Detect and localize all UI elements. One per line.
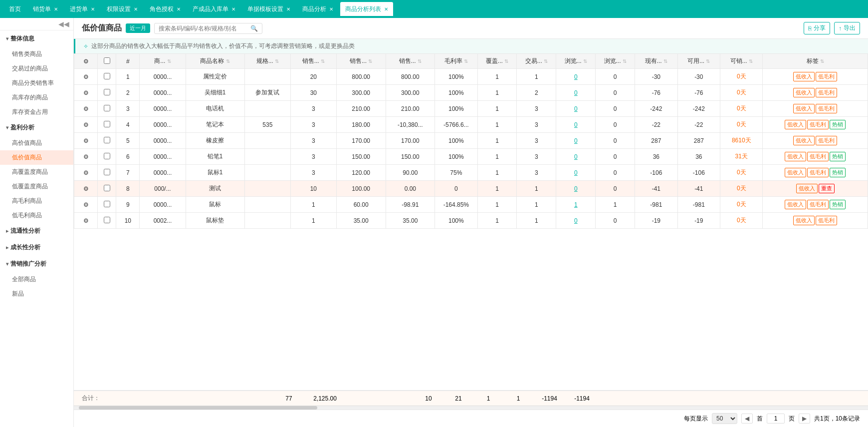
share-button[interactable]: ⎘ 分享 (804, 22, 830, 34)
row-settings[interactable]: ⚙ (74, 85, 98, 101)
browse1-col-header[interactable]: 浏览... ⇅ (556, 54, 596, 69)
sidebar-item-high-inventory[interactable]: 高库存的商品 (0, 90, 73, 105)
nav-close-icon[interactable]: ✕ (329, 6, 333, 12)
saledays-col-header[interactable]: 可销... ⇅ (720, 54, 763, 69)
sidebar-item-new-products[interactable]: 新品 (0, 287, 73, 301)
name-col-header[interactable]: 商品名称 ⇅ (186, 54, 244, 69)
nav-home[interactable]: 首页 (4, 2, 26, 16)
row-browse1[interactable]: 0 (556, 181, 596, 197)
sidebar-item-low-value[interactable]: 低价值商品 (0, 150, 73, 165)
export-button[interactable]: ↑ 导出 (834, 22, 860, 34)
first-page-btn[interactable]: ◀ (741, 414, 753, 424)
stock2-col-header[interactable]: 可用... ⇅ (677, 54, 720, 69)
sidebar-item-high-value[interactable]: 高价值商品 (0, 136, 73, 150)
nav-close-icon[interactable]: ✕ (134, 6, 138, 12)
browse-link[interactable]: 0 (574, 185, 578, 192)
row-settings[interactable]: ⚙ (74, 69, 98, 85)
row-browse1[interactable]: 0 (556, 149, 596, 165)
nav-purchase-order[interactable]: 进货单 ✕ (65, 2, 100, 16)
sale3-col-header[interactable]: 销售... ⇅ (386, 54, 435, 69)
sidebar-item-inventory-capital[interactable]: 库存资金占用 (0, 105, 73, 119)
nav-close-icon[interactable]: ✕ (384, 6, 388, 12)
search-box[interactable]: 🔍 (154, 23, 262, 34)
browse-link[interactable]: 0 (574, 217, 578, 224)
stock1-col-header[interactable]: 现有... ⇅ (635, 54, 677, 69)
nav-close-icon[interactable]: ✕ (286, 6, 290, 12)
nav-product-analysis[interactable]: 商品分析 ✕ (297, 2, 338, 16)
check-all-header[interactable] (98, 54, 116, 69)
browse2-col-header[interactable]: 浏览... ⇅ (596, 54, 635, 69)
row-check[interactable] (98, 85, 116, 101)
row-checkbox[interactable] (104, 73, 110, 79)
check-all-checkbox[interactable] (104, 57, 110, 64)
sidebar-group-profit[interactable]: ▾ 盈利分析 (0, 119, 73, 136)
sidebar-group-overview[interactable]: ▾ 整体信息 (0, 30, 73, 47)
nav-close-icon[interactable]: ✕ (231, 6, 235, 12)
row-browse1[interactable]: 0 (556, 101, 596, 117)
row-checkbox[interactable] (104, 153, 110, 159)
row-browse1[interactable]: 1 (556, 197, 596, 213)
row-check[interactable] (98, 213, 116, 229)
browse-link[interactable]: 0 (574, 169, 578, 176)
row-check[interactable] (98, 101, 116, 117)
nav-sales-order[interactable]: 销货单 ✕ (28, 2, 63, 16)
sidebar-item-high-margin[interactable]: 高毛利商品 (0, 194, 73, 208)
sidebar-item-all-products[interactable]: 全部商品 (0, 272, 73, 287)
browse-link[interactable]: 0 (574, 105, 578, 112)
row-checkbox[interactable] (104, 89, 110, 95)
date-badge[interactable]: 近一月 (126, 23, 150, 33)
page-number-input[interactable] (767, 414, 785, 424)
sidebar-item-category-sales-rate[interactable]: 商品分类销售率 (0, 76, 73, 90)
row-checkbox[interactable] (104, 169, 110, 175)
row-settings[interactable]: ⚙ (74, 101, 98, 117)
cover-col-header[interactable]: 覆盖... ⇅ (477, 54, 517, 69)
row-browse1[interactable]: 0 (556, 165, 596, 181)
row-checkbox[interactable] (104, 137, 110, 143)
sidebar-group-liquidity[interactable]: ▸ 流通性分析 (0, 223, 73, 239)
row-check[interactable] (98, 117, 116, 133)
browse-link[interactable]: 0 (574, 73, 578, 80)
row-checkbox[interactable] (104, 121, 110, 127)
row-browse1[interactable]: 0 (556, 85, 596, 101)
row-checkbox[interactable] (104, 185, 110, 191)
sidebar-item-low-coverage[interactable]: 低覆盖度商品 (0, 179, 73, 194)
browse-link[interactable]: 0 (574, 89, 578, 96)
nav-template-settings[interactable]: 单据模板设置 ✕ (242, 2, 295, 16)
row-settings[interactable]: ⚙ (74, 133, 98, 149)
nav-permission-settings[interactable]: 权限设置 ✕ (102, 2, 143, 16)
row-browse1[interactable]: 0 (556, 117, 596, 133)
nav-close-icon[interactable]: ✕ (177, 6, 181, 12)
sidebar-item-traded-products[interactable]: 交易过的商品 (0, 61, 73, 76)
row-settings[interactable]: ⚙ (74, 197, 98, 213)
sidebar-item-low-margin[interactable]: 低毛利商品 (0, 208, 73, 223)
row-browse1[interactable]: 0 (556, 213, 596, 229)
trade-col-header[interactable]: 交易... ⇅ (517, 54, 556, 69)
row-settings[interactable]: ⚙ (74, 149, 98, 165)
next-page-btn[interactable]: ▶ (799, 414, 810, 424)
code-col-header[interactable]: 商... ⇅ (140, 54, 186, 69)
nav-close-icon[interactable]: ✕ (54, 6, 58, 12)
sidebar-item-sales-products[interactable]: 销售类商品 (0, 47, 73, 61)
browse-link[interactable]: 0 (574, 137, 578, 144)
row-settings[interactable]: ⚙ (74, 181, 98, 197)
row-settings[interactable]: ⚙ (74, 117, 98, 133)
row-check[interactable] (98, 165, 116, 181)
nav-product-storage[interactable]: 产成品入库单 ✕ (188, 2, 240, 16)
gross-col-header[interactable]: 毛利率 ⇅ (435, 54, 477, 69)
row-check[interactable] (98, 181, 116, 197)
row-check[interactable] (98, 69, 116, 85)
row-settings[interactable]: ⚙ (74, 213, 98, 229)
sale1-col-header[interactable]: 销售... ⇅ (290, 54, 336, 69)
tags-col-header[interactable]: 标签 ⇅ (763, 54, 868, 69)
nav-close-icon[interactable]: ✕ (91, 6, 95, 12)
spec-col-header[interactable]: 规格... ⇅ (244, 54, 290, 69)
row-check[interactable] (98, 149, 116, 165)
row-browse1[interactable]: 0 (556, 69, 596, 85)
search-icon[interactable]: 🔍 (250, 25, 258, 32)
page-size-select[interactable]: 50 100 200 (712, 413, 737, 424)
sidebar-group-growth[interactable]: ▸ 成长性分析 (0, 239, 73, 256)
browse-link[interactable]: 0 (574, 121, 578, 128)
settings-col-header[interactable]: ⚙ (74, 54, 98, 69)
row-check[interactable] (98, 133, 116, 149)
nav-role-auth[interactable]: 角色授权 ✕ (145, 2, 186, 16)
